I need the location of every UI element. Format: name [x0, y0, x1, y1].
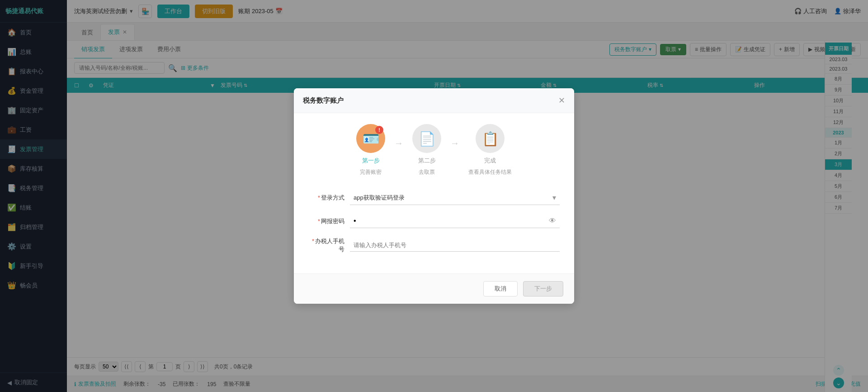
- select-chevron-icon: ▾: [552, 193, 556, 202]
- step-1-icon: 🪪 !: [356, 124, 385, 153]
- net-password-input[interactable]: [354, 217, 549, 225]
- step-1-label: 第一步: [362, 157, 380, 165]
- step-3-desc: 查看具体任务结果: [468, 168, 512, 176]
- taxpayer-phone-input[interactable]: [354, 242, 556, 249]
- net-password-label: 网报密码: [308, 217, 344, 225]
- taxpayer-phone-label: 办税人手机号: [308, 237, 344, 253]
- cancel-button[interactable]: 取消: [483, 281, 518, 296]
- step-2-icon: 📄: [412, 124, 441, 153]
- login-method-field: 登录方式 app获取验证码登录 ▾: [308, 191, 560, 205]
- taxpayer-phone-field: 办税人手机号: [308, 237, 560, 253]
- login-method-value: app获取验证码登录: [354, 194, 405, 202]
- step-arrow-1: →: [385, 138, 412, 148]
- eye-toggle-icon[interactable]: 👁: [549, 217, 556, 225]
- net-password-field: 网报密码 👁: [308, 214, 560, 228]
- arrow-right-icon-2: →: [450, 138, 459, 148]
- steps-indicator: 🪪 ! 第一步 完善账密 → 📄 第二步 去取票: [308, 124, 560, 176]
- step-3: 📋 完成 查看具体任务结果: [468, 124, 512, 176]
- clipboard-icon: 📋: [482, 131, 499, 147]
- step-1-desc: 完善账密: [360, 168, 382, 176]
- step-2: 📄 第二步 去取票: [412, 124, 441, 176]
- step-1-badge: !: [375, 126, 383, 134]
- tax-digital-modal: 税务数字账户 ✕ 🪪 ! 第一步 完善账密 →: [294, 88, 574, 304]
- arrow-right-icon: →: [394, 138, 403, 148]
- step-3-icon: 📋: [476, 124, 505, 153]
- login-method-label: 登录方式: [308, 194, 344, 202]
- step-arrow-2: →: [441, 138, 468, 148]
- modal-footer: 取消 下一步: [294, 273, 574, 304]
- step-2-desc: 去取票: [419, 168, 435, 176]
- modal-title: 税务数字账户: [303, 96, 344, 105]
- net-password-input-wrapper: 👁: [350, 214, 560, 228]
- login-method-select[interactable]: app获取验证码登录 ▾: [350, 191, 560, 205]
- modal-header: 税务数字账户 ✕: [294, 88, 574, 113]
- modal-close-button[interactable]: ✕: [558, 96, 565, 105]
- step-2-label: 第二步: [418, 157, 436, 165]
- next-step-button[interactable]: 下一步: [523, 281, 563, 296]
- taxpayer-phone-input-wrapper: [350, 239, 560, 252]
- step-3-label: 完成: [484, 157, 496, 165]
- modal-overlay[interactable]: 税务数字账户 ✕ 🪪 ! 第一步 完善账密 →: [0, 0, 868, 392]
- document-icon: 📄: [419, 131, 435, 147]
- modal-body: 🪪 ! 第一步 完善账密 → 📄 第二步 去取票: [294, 113, 574, 273]
- step-1: 🪪 ! 第一步 完善账密: [356, 124, 385, 176]
